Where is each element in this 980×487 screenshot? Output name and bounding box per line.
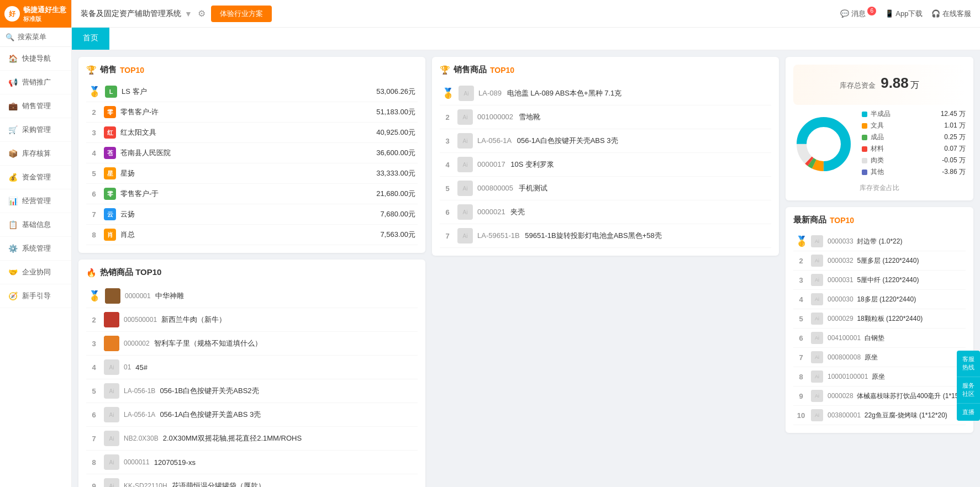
rank-np-5: 5 xyxy=(795,315,807,323)
online-service-button[interactable]: 🎧 在线客服 xyxy=(931,9,971,19)
customer-value-3: 40,925.00元 xyxy=(376,128,415,137)
new-product-name-10: 003800001 22g鱼豆腐-烧烤味 (1*12*20) xyxy=(828,411,963,420)
sidebar-item-system[interactable]: ⚙️ 系统管理 xyxy=(0,237,71,261)
new-product-name-2: 0000032 5厘多层 (1220*2440) xyxy=(828,256,963,266)
customer-row-2: 2 零 零售客户-许 51,183.00元 xyxy=(86,102,418,123)
hp-name-1: 中华神雕 xyxy=(155,291,415,301)
rank-sp-2: 2 xyxy=(442,113,453,121)
product-img-6: Ai xyxy=(104,407,119,422)
legend-dot-4 xyxy=(862,158,867,163)
rank-np-8: 8 xyxy=(795,373,807,381)
rank-sp-6: 6 xyxy=(442,208,453,216)
customer-name-5: 星扬 xyxy=(120,168,372,178)
donut-chart xyxy=(793,114,854,174)
sold-img-7: Ai xyxy=(457,228,473,244)
tab-home[interactable]: 首页 xyxy=(72,28,109,50)
customer-value-8: 7,563.00元 xyxy=(380,230,415,240)
hot-product-row-8: 8 Ai 0000011 12070519-xs xyxy=(86,451,418,474)
main-area: 装备及固定资产辅助管理系统 ▼ ⚙ 体验行业方案 💬 消息 6 📱 App下载 … xyxy=(72,0,980,487)
customer-value-6: 21,680.00元 xyxy=(376,189,415,199)
customer-value-5: 33,333.00元 xyxy=(376,168,415,178)
customer-value-2: 51,183.00元 xyxy=(376,107,415,117)
top-customers-list: 🥇 L LS 客户 53,006.26元 2 零 零售客户-许 51,183.0… xyxy=(86,82,418,245)
svg-rect-1 xyxy=(104,312,119,327)
sold-name-6: 0000021 夹壳 xyxy=(477,207,769,217)
rank-num-4: 4 xyxy=(88,149,99,157)
topbar-gear-icon[interactable]: ⚙ xyxy=(198,8,206,19)
content-tabs: 首页 xyxy=(72,28,980,50)
sidebar: 好 畅捷通好生意 标准版 🔍 搜索菜单 🏠 快捷导航 📢 营销推广 💼 销售管理… xyxy=(0,0,72,487)
customer-badge-3: 红 xyxy=(104,126,116,139)
customer-row-8: 8 肖 肖总 7,563.00元 xyxy=(86,225,418,245)
sidebar-item-purchase[interactable]: 🛒 采购管理 xyxy=(0,118,71,142)
sold-products-card: 🏆 销售商品 TOP10 🥇 Ai LA-089 电池盖 xyxy=(432,57,779,256)
hp-name-5: 056-1B白色按键开关壳ABS2壳 xyxy=(160,386,415,396)
customer-name-4: 苍南县人民医院 xyxy=(120,148,372,158)
float-service: 客服 热线 服务 社区 直播 xyxy=(957,351,980,421)
customer-name-2: 零售客户-许 xyxy=(120,107,372,117)
new-product-row-7: 7 Ai 000800008 原坐 xyxy=(793,348,966,367)
sidebar-item-operation[interactable]: 📊 经营管理 xyxy=(0,189,71,213)
new-product-img-3: Ai xyxy=(811,274,823,286)
new-product-row-4: 4 Ai 0000030 18多层 (1220*2440) xyxy=(793,290,966,309)
customer-name-8: 肖总 xyxy=(120,230,376,240)
app-download-button[interactable]: 📱 App下载 xyxy=(885,9,923,19)
service-live-button[interactable]: 直播 xyxy=(957,404,980,421)
sidebar-item-marketing[interactable]: 📢 营销推广 xyxy=(0,71,71,94)
chevron-down-icon[interactable]: ▼ xyxy=(185,9,192,18)
service-hotline-button[interactable]: 客服 热线 xyxy=(957,351,980,377)
topbar-right: 💬 消息 6 📱 App下载 🎧 在线客服 xyxy=(840,9,971,19)
product-img-3 xyxy=(104,336,119,351)
legend-item-2: 成品 0.25 万 xyxy=(862,133,966,142)
guide-icon: 🧭 xyxy=(8,291,18,301)
hot-products-card: 🔥 热销商品 TOP10 🥇 0000001 中华神雕 xyxy=(78,260,425,487)
sold-img-4: Ai xyxy=(457,157,473,172)
sidebar-item-sales[interactable]: 💼 销售管理 xyxy=(0,94,71,118)
msg-badge: 6 xyxy=(867,7,876,15)
hot-product-row-7: 7 Ai NB2.0X30B 2.0X30MM双摇花轴,摇花直径2.1MM/RO… xyxy=(86,427,418,451)
medal-np-1: 🥇 xyxy=(795,235,807,247)
customer-badge-5: 星 xyxy=(104,167,116,179)
sidebar-item-inventory[interactable]: 📦 库存核算 xyxy=(0,142,71,166)
sidebar-item-finance[interactable]: 💰 资金管理 xyxy=(0,166,71,189)
search-menu[interactable]: 🔍 搜索菜单 xyxy=(0,28,71,47)
customer-value-1: 53,006.26元 xyxy=(376,87,415,97)
rank-np-6: 6 xyxy=(795,334,807,342)
sold-img-2: Ai xyxy=(457,109,473,125)
new-product-img-4: Ai xyxy=(811,293,823,305)
hp-code-9: KK-SD22110H xyxy=(124,482,167,487)
svg-point-8 xyxy=(808,129,839,160)
sidebar-item-coop[interactable]: 🤝 企业协同 xyxy=(0,261,71,284)
legend-dot-3 xyxy=(862,146,867,152)
message-button[interactable]: 💬 消息 6 xyxy=(840,9,876,19)
legend-item-1: 文具 1.01 万 xyxy=(862,121,966,130)
hp-code-4: 01 xyxy=(124,363,131,371)
sold-row-1: 🥇 Ai LA-089 电池盖 LA-089 ABS本色+黑种 7.1克 xyxy=(440,82,771,105)
stock-value: 9.88 xyxy=(881,75,909,91)
product-img-8: Ai xyxy=(104,454,119,470)
trial-button[interactable]: 体验行业方案 xyxy=(211,6,272,22)
coop-icon: 🤝 xyxy=(8,267,18,277)
rank-hp-2: 2 xyxy=(88,316,99,324)
new-product-img-5: Ai xyxy=(811,313,823,325)
legend-dot-5 xyxy=(862,170,867,175)
rank-num-6: 6 xyxy=(88,190,99,198)
service-community-button[interactable]: 服务 社区 xyxy=(957,377,980,404)
sold-name-2: 001000002 雪地靴 xyxy=(477,112,769,122)
operation-icon: 📊 xyxy=(8,196,18,206)
sold-name-3: LA-056-1A 056-1A白色按键开关壳ABS 3壳 xyxy=(477,136,769,146)
sidebar-item-guide[interactable]: 🧭 新手引导 xyxy=(0,284,71,308)
purchase-icon: 🛒 xyxy=(8,125,18,135)
new-product-img-1: Ai xyxy=(811,235,823,247)
hp-name-7: 2.0X30MM双摇花轴,摇花直径2.1MM/ROHS xyxy=(163,433,415,443)
sidebar-item-quick-nav[interactable]: 🏠 快捷导航 xyxy=(0,47,71,71)
new-products-card: 最新商品 TOP10 🥇 Ai 0000033 封边带 (1.0*22) 2 xyxy=(786,207,973,433)
hp-name-8: 12070519-xs xyxy=(154,458,415,467)
hot-products-title: 🔥 热销商品 TOP10 xyxy=(86,267,418,278)
new-products-title: 最新商品 TOP10 xyxy=(793,215,966,225)
medal-1: 🥇 xyxy=(88,86,101,98)
rank-hp-9: 9 xyxy=(88,482,99,488)
sold-row-2: 2 Ai 001000002 雪地靴 xyxy=(440,105,771,129)
sidebar-item-basic-info[interactable]: 📋 基础信息 xyxy=(0,213,71,237)
new-product-name-6: 004100001 白钢垫 xyxy=(828,334,963,343)
